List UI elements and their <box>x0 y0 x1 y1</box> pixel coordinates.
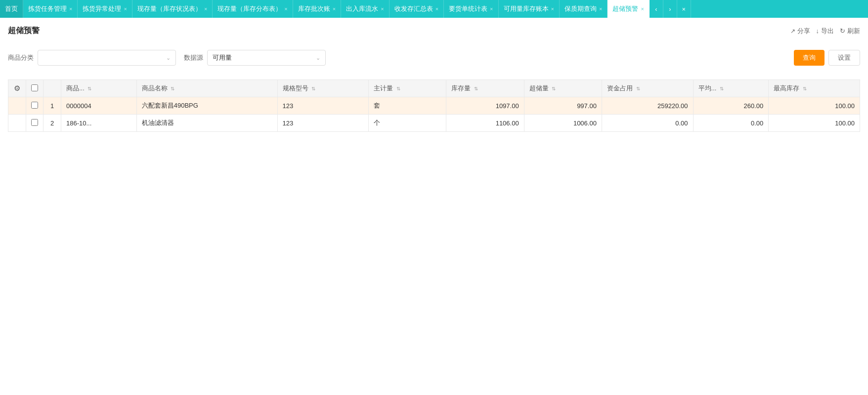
row-index: 2 <box>43 115 61 132</box>
close-icon[interactable]: × <box>204 6 207 12</box>
close-icon[interactable]: × <box>551 6 554 12</box>
nav-order-stats[interactable]: 要货单统计表 × <box>444 0 498 18</box>
close-icon[interactable]: × <box>641 6 644 12</box>
column-product-name[interactable]: 商品名称 ⇅ <box>136 80 277 97</box>
column-max-stock[interactable]: 最高库存 ⇅ <box>769 80 860 97</box>
column-capital[interactable]: 资金占用 ⇅ <box>602 80 693 97</box>
row-capital: 0.00 <box>602 115 693 132</box>
close-icon[interactable]: × <box>435 6 438 12</box>
column-index <box>43 80 61 97</box>
query-button[interactable]: 查询 <box>794 50 825 66</box>
main-content: 超储预警 ↗ 分享 ↓ 导出 ↻ 刷新 商品分类 ⌄ 数据源 <box>0 18 868 395</box>
settings-button[interactable]: 设置 <box>828 50 860 66</box>
datasource-label: 数据源 <box>184 53 203 62</box>
export-icon: ↓ <box>816 27 820 35</box>
column-checkbox[interactable] <box>26 80 43 97</box>
nav-task-mgmt[interactable]: 拣货任务管理 × <box>23 0 78 18</box>
row-checkbox[interactable] <box>31 102 38 109</box>
row-product-code: 0000004 <box>61 97 137 115</box>
chevron-down-icon: ⌄ <box>316 55 320 61</box>
close-icon[interactable]: × <box>381 6 384 12</box>
header-actions: ↗ 分享 ↓ 导出 ↻ 刷新 <box>790 27 861 36</box>
filter-area: 商品分类 ⌄ 数据源 可用量 ⌄ 查询 设置 <box>8 44 860 72</box>
nav-stock-status[interactable]: 现存量（库存状况表） × <box>132 0 213 18</box>
nav-stock-dist[interactable]: 现存量（库存分布表） × <box>213 0 293 18</box>
datasource-select[interactable]: 可用量 ⌄ <box>207 50 326 66</box>
row-avg: 0.00 <box>693 115 769 132</box>
row-spec: 123 <box>277 115 369 132</box>
row-avg: 260.00 <box>693 97 769 115</box>
category-label: 商品分类 <box>8 53 34 62</box>
row-product-name: 机油滤清器 <box>136 115 277 132</box>
nav-left-arrow[interactable]: ‹ <box>650 0 663 18</box>
nav-inout-flow[interactable]: 出入库流水 × <box>341 0 389 18</box>
column-avg[interactable]: 平均... ⇅ <box>693 80 769 97</box>
nav-abnormal[interactable]: 拣货异常处理 × <box>78 0 132 18</box>
sort-icon[interactable]: ⇅ <box>803 86 807 91</box>
close-icon[interactable]: × <box>599 6 602 12</box>
close-icon[interactable]: × <box>284 6 287 12</box>
nav-bar: 首页 拣货任务管理 × 拣货异常处理 × 现存量（库存状况表） × 现存量（库存… <box>0 0 868 18</box>
row-overstock: 997.00 <box>524 97 602 115</box>
row-overstock: 1006.00 <box>524 115 602 132</box>
row-max-stock: 100.00 <box>769 115 860 132</box>
nav-available-account[interactable]: 可用量库存账本 × <box>499 0 560 18</box>
nav-home[interactable]: 首页 <box>0 0 23 18</box>
column-unit[interactable]: 主计量 ⇅ <box>369 80 446 97</box>
nav-right-arrow[interactable]: › <box>663 0 677 18</box>
sort-icon[interactable]: ⇅ <box>311 86 315 91</box>
page-header: 超储预警 ↗ 分享 ↓ 导出 ↻ 刷新 <box>8 26 860 36</box>
table-header-row: ⚙ 商品... ⇅ 商品名称 ⇅ 规格型号 ⇅ <box>8 80 860 97</box>
sort-icon[interactable]: ⇅ <box>474 86 478 91</box>
sort-icon[interactable]: ⇅ <box>552 86 556 91</box>
select-all-checkbox[interactable] <box>31 84 38 91</box>
row-index: 1 <box>43 97 61 115</box>
refresh-icon: ↻ <box>840 27 845 35</box>
chevron-down-icon: ⌄ <box>166 55 171 61</box>
row-max-stock: 100.00 <box>769 97 860 115</box>
sort-icon[interactable]: ⇅ <box>171 86 174 91</box>
sort-icon[interactable]: ⇅ <box>87 86 91 91</box>
sort-icon[interactable]: ⇅ <box>396 86 400 91</box>
page-title: 超储预警 <box>8 26 40 36</box>
export-button[interactable]: ↓ 导出 <box>816 27 834 36</box>
filter-actions: 查询 设置 <box>794 50 860 66</box>
nav-overstock-warning[interactable]: 超储预警 × <box>608 0 649 18</box>
column-stock[interactable]: 库存量 ⇅ <box>446 80 524 97</box>
category-filter-group: 商品分类 ⌄ <box>8 50 176 66</box>
close-icon[interactable]: × <box>490 6 493 12</box>
row-checkbox-cell[interactable] <box>26 115 43 132</box>
category-select[interactable]: ⌄ <box>38 50 176 66</box>
table-row: 2 186-10... 机油滤清器 123 个 1106.00 1006.00 … <box>8 115 860 132</box>
nav-batch-account[interactable]: 库存批次账 × <box>293 0 341 18</box>
row-spec: 123 <box>277 97 369 115</box>
nav-close-all-arrow[interactable]: × <box>677 0 691 18</box>
nav-quality-period[interactable]: 保质期查询 × <box>560 0 608 18</box>
sort-icon[interactable]: ⇅ <box>720 86 724 91</box>
column-overstock[interactable]: 超储量 ⇅ <box>524 80 602 97</box>
share-icon: ↗ <box>790 28 795 35</box>
gear-icon[interactable]: ⚙ <box>14 84 20 92</box>
nav-summary[interactable]: 收发存汇总表 × <box>390 0 444 18</box>
close-icon[interactable]: × <box>124 6 127 12</box>
column-product-code[interactable]: 商品... ⇅ <box>61 80 137 97</box>
refresh-button[interactable]: ↻ 刷新 <box>840 27 860 36</box>
row-stock: 1097.00 <box>446 97 524 115</box>
row-capital: 259220.00 <box>602 97 693 115</box>
share-button[interactable]: ↗ 分享 <box>790 27 810 36</box>
row-gear-cell <box>8 97 26 115</box>
sort-icon[interactable]: ⇅ <box>636 86 640 91</box>
row-checkbox[interactable] <box>31 119 38 126</box>
row-stock: 1106.00 <box>446 115 524 132</box>
table-row: 1 0000004 六配套新昌490BPG 123 套 1097.00 997.… <box>8 97 860 115</box>
close-icon[interactable]: × <box>69 6 72 12</box>
column-spec[interactable]: 规格型号 ⇅ <box>277 80 369 97</box>
row-product-code: 186-10... <box>61 115 137 132</box>
row-gear-cell <box>8 115 26 132</box>
close-icon[interactable]: × <box>333 6 336 12</box>
row-unit: 个 <box>369 115 446 132</box>
datasource-filter-group: 数据源 可用量 ⌄ <box>184 50 326 66</box>
column-gear[interactable]: ⚙ <box>8 80 26 97</box>
data-table: ⚙ 商品... ⇅ 商品名称 ⇅ 规格型号 ⇅ <box>8 79 860 132</box>
row-checkbox-cell[interactable] <box>26 97 43 115</box>
